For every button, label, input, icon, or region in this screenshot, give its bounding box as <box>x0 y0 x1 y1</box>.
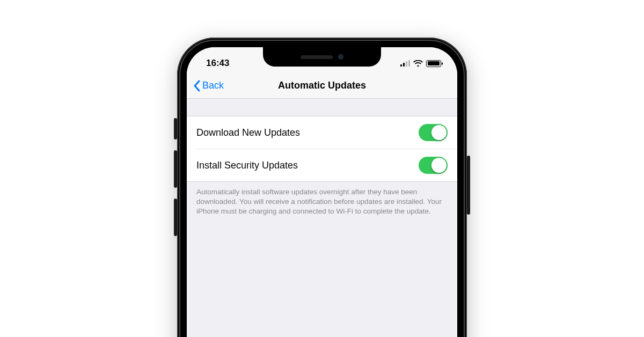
install-security-updates-label: Install Security Updates <box>196 160 298 171</box>
toggle-knob <box>431 158 447 173</box>
page-title: Automatic Updates <box>278 80 366 91</box>
install-security-updates-toggle[interactable] <box>419 157 448 174</box>
phone-frame: 16:43 Back <box>177 38 467 337</box>
status-icons <box>400 60 441 67</box>
status-time: 16:43 <box>206 58 229 69</box>
front-camera <box>338 54 343 60</box>
settings-list: Download New Updates Install Security Up… <box>187 116 457 182</box>
power-button <box>467 156 470 215</box>
cellular-signal-icon <box>400 60 410 67</box>
section-spacer <box>187 99 457 116</box>
nav-bar: Back Automatic Updates <box>187 73 457 99</box>
toggle-knob <box>431 125 447 140</box>
silent-switch <box>174 118 177 140</box>
chevron-left-icon <box>193 80 200 92</box>
battery-icon <box>426 60 441 67</box>
download-new-updates-label: Download New Updates <box>196 127 300 138</box>
wifi-icon <box>413 60 423 67</box>
volume-up-button <box>174 150 177 188</box>
install-security-updates-row[interactable]: Install Security Updates <box>196 149 457 181</box>
back-button[interactable]: Back <box>193 80 224 92</box>
notch <box>263 47 381 67</box>
settings-footer-text: Automatically install software updates o… <box>187 182 457 222</box>
back-label: Back <box>202 80 224 91</box>
download-new-updates-toggle[interactable] <box>419 124 448 141</box>
screen: 16:43 Back <box>187 47 457 337</box>
volume-down-button <box>174 199 177 236</box>
download-new-updates-row[interactable]: Download New Updates <box>187 116 457 149</box>
speaker-grille <box>301 55 333 59</box>
